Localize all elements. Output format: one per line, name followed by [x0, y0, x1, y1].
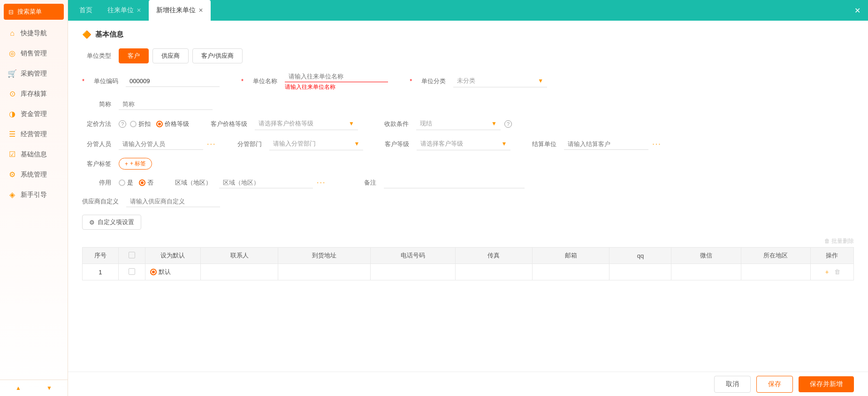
- tab-new-partner[interactable]: 新增往来单位 ✕: [149, 0, 211, 21]
- disable-no-circle: [139, 179, 145, 186]
- code-label: 单位编码: [89, 77, 122, 85]
- pricing-help-icon[interactable]: ?: [119, 120, 126, 128]
- remark-input[interactable]: [384, 177, 525, 188]
- sidebar-collapse-btn[interactable]: ▼: [36, 385, 63, 391]
- abbr-input[interactable]: [119, 99, 213, 110]
- sidebar-item-quick-nav[interactable]: ⌂ 快捷导航: [0, 23, 68, 43]
- unit-type-customer[interactable]: 客户: [119, 48, 149, 63]
- customer-tag-row: 客户标签 + + 标签: [82, 158, 854, 170]
- region-input[interactable]: [219, 177, 313, 188]
- tab-home[interactable]: 首页: [72, 0, 100, 21]
- pricing-discount-radio[interactable]: 折扣: [130, 120, 151, 128]
- name-input[interactable]: [285, 71, 388, 82]
- customer-level-label: 客户等级: [380, 140, 413, 148]
- col-qq: qq: [609, 248, 671, 264]
- supplier-custom-input[interactable]: [126, 196, 220, 207]
- sidebar-expand-btn[interactable]: ▲: [5, 385, 32, 391]
- pricing-discount-radio-circle: [130, 121, 137, 127]
- tab-partners[interactable]: 往来单位 ✕: [100, 0, 149, 21]
- sidebar-item-purchase[interactable]: 🛒 采购管理: [0, 63, 68, 84]
- tab-bar-close-all[interactable]: ✕: [851, 6, 864, 15]
- payment-chevron-icon: ▼: [491, 120, 497, 127]
- sidebar-item-basics[interactable]: ☑ 基础信息: [0, 144, 68, 164]
- phone-input[interactable]: [392, 269, 434, 276]
- payment-help-icon[interactable]: ?: [504, 120, 512, 128]
- row-default-label: 默认: [159, 268, 171, 276]
- main-area: 首页 往来单位 ✕ 新增往来单位 ✕ ✕ 🔶 基本信息 单位类型 客户 供应商 …: [68, 0, 868, 396]
- tag-plus-icon: +: [125, 161, 128, 167]
- customer-level-select[interactable]: 请选择客户等级 ▼: [417, 138, 510, 150]
- add-tag-button[interactable]: + + 标签: [119, 158, 152, 170]
- code-input[interactable]: [126, 76, 220, 87]
- row-region-input[interactable]: [759, 269, 792, 276]
- batch-delete[interactable]: 🗑 批量删除: [82, 237, 854, 245]
- unit-type-label: 单位类型: [82, 52, 115, 60]
- disable-yes-radio[interactable]: 是: [119, 179, 133, 187]
- col-fax: 传真: [455, 248, 532, 264]
- category-select[interactable]: 未分类 ▼: [453, 75, 547, 87]
- unit-type-supplier[interactable]: 供应商: [152, 48, 189, 63]
- col-checkbox: [118, 248, 145, 264]
- row-default: 默认: [145, 264, 201, 280]
- name-label: 单位名称: [248, 77, 281, 85]
- custom-settings-button[interactable]: ⚙ 自定义项设置: [82, 215, 141, 230]
- settlement-input[interactable]: [564, 139, 648, 150]
- col-address: 到货地址: [278, 248, 370, 264]
- sidebar-search-label: 搜索菜单: [17, 8, 42, 16]
- sidebar-search[interactable]: ⊟ 搜索菜单: [4, 4, 64, 20]
- sidebar: ⊟ 搜索菜单 ⌂ 快捷导航 ◎ 销售管理 🛒 采购管理 ⊙ 库存核算 ◑ 资金管…: [0, 0, 68, 396]
- row-select-checkbox[interactable]: [129, 268, 135, 275]
- email-input[interactable]: [552, 269, 590, 276]
- manager-label: 分管人员: [82, 140, 115, 148]
- disable-no-radio[interactable]: 否: [139, 179, 153, 187]
- tab-home-label: 首页: [79, 6, 92, 15]
- table-row: 1 默认: [83, 264, 854, 280]
- pricing-price-level-radio[interactable]: 价格等级: [156, 120, 189, 128]
- settlement-more-icon[interactable]: ···: [652, 140, 661, 148]
- col-region: 所在地区: [741, 248, 810, 264]
- code-required: *: [82, 78, 84, 85]
- dept-select[interactable]: 请输入分管部门 ▼: [269, 138, 363, 150]
- manager-input[interactable]: [119, 139, 203, 150]
- manager-more-icon[interactable]: ···: [207, 140, 216, 148]
- row-address: [278, 264, 370, 280]
- code-name-category-row: * 单位编码 * 单位名称 请输入往来单位名称 * 单位分类 未分类 ▼: [82, 71, 854, 91]
- sidebar-item-sales[interactable]: ◎ 销售管理: [0, 43, 68, 63]
- pricing-price-level-radio-circle: [156, 121, 163, 127]
- disable-yes-circle: [119, 179, 125, 186]
- cancel-button[interactable]: 取消: [714, 376, 751, 393]
- home-icon: ⌂: [8, 29, 17, 38]
- customer-price-select[interactable]: 请选择客户价格等级 ▼: [255, 117, 358, 130]
- tab-new-partner-close[interactable]: ✕: [198, 7, 203, 14]
- address-input[interactable]: [301, 269, 348, 276]
- qq-input[interactable]: [626, 269, 655, 276]
- save-button[interactable]: 保存: [756, 376, 793, 393]
- contact-input[interactable]: [221, 269, 258, 276]
- fax-input[interactable]: [475, 269, 512, 276]
- row-ops: ＋ 🗑: [810, 264, 853, 280]
- unit-type-both[interactable]: 客户/供应商: [192, 48, 243, 63]
- col-phone: 电话号码: [370, 248, 455, 264]
- row-default-radio[interactable]: 默认: [150, 268, 196, 276]
- sidebar-item-inventory[interactable]: ⊙ 库存核算: [0, 84, 68, 104]
- row-contact: [201, 264, 278, 280]
- sidebar-item-finance[interactable]: ◑ 资金管理: [0, 104, 68, 124]
- tab-partners-close[interactable]: ✕: [137, 7, 141, 14]
- payment-select[interactable]: 现结 ▼: [416, 117, 501, 130]
- remark-label: 备注: [347, 179, 380, 187]
- row-add-icon[interactable]: ＋: [824, 268, 830, 275]
- sidebar-item-operations[interactable]: ☰ 经营管理: [0, 124, 68, 144]
- customer-level-chevron-icon: ▼: [501, 140, 507, 147]
- dept-label: 分管部门: [233, 140, 266, 148]
- wechat-input[interactable]: [690, 269, 723, 276]
- row-delete-icon[interactable]: 🗑: [834, 268, 840, 275]
- sidebar-item-label: 快捷导航: [21, 29, 47, 38]
- col-email: 邮箱: [533, 248, 609, 264]
- sidebar-item-label: 库存核算: [21, 90, 47, 98]
- region-more-icon[interactable]: ···: [317, 179, 326, 187]
- sidebar-item-system[interactable]: ⚙ 系统管理: [0, 164, 68, 185]
- select-all-checkbox[interactable]: [129, 252, 135, 258]
- save-new-button[interactable]: 保存并新增: [799, 376, 854, 392]
- sidebar-item-guide[interactable]: ◈ 新手引导: [0, 185, 68, 205]
- operations-icon: ☰: [8, 130, 17, 139]
